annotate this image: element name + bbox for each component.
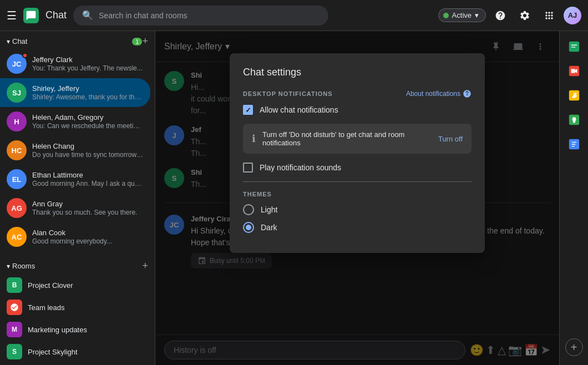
theme-light-row[interactable]: Light (243, 204, 472, 215)
room-name: Project Skylight (28, 348, 78, 356)
google-drive-icon[interactable] (563, 84, 585, 107)
room-item-project-skylight[interactable]: S Project Skylight (0, 341, 150, 363)
modal-divider (243, 181, 472, 182)
apps-grid-button[interactable] (539, 6, 559, 26)
avatar-helen-chang: HC (7, 140, 27, 160)
svg-rect-6 (573, 121, 575, 123)
play-sounds-checkbox[interactable] (243, 163, 253, 173)
chat-name: Alan Cook (32, 229, 144, 237)
avatar-ethan-lattimore: EL (7, 169, 27, 189)
allow-chat-label: Allow chat notifications (260, 105, 338, 114)
theme-dark-row[interactable]: Dark (243, 222, 472, 233)
chat-item-helen-adam-gregory[interactable]: H Helen, Adam, Gregory You: Can we resch… (0, 107, 150, 136)
content-area: Shirley, Jeffery ▾ S (155, 31, 559, 365)
room-icon: B (7, 277, 22, 293)
chat-item-ann-gray[interactable]: AG Ann Gray Thank you so much. See you t… (0, 194, 150, 222)
chat-info-alan: Alan Cook Good morning everybody... (32, 229, 144, 245)
chat-section-header[interactable]: ▾ Chat 1 + (0, 31, 155, 49)
chat-item-alan-cook[interactable]: AC Alan Cook Good morning everybody... (0, 222, 150, 251)
modal-overlay: Chat settings DESKTOP NOTIFICATIONS Abou… (155, 31, 559, 365)
chevron-down-icon: ▾ (475, 11, 479, 19)
help-button[interactable] (490, 6, 510, 26)
add-app-button[interactable]: + (565, 338, 583, 356)
room-item-project-clover[interactable]: B Project Clover (0, 274, 150, 296)
theme-dark-label: Dark (261, 223, 277, 232)
check-mark: ✓ (245, 106, 251, 114)
chat-badge: 1 (132, 38, 142, 45)
active-label: Active (452, 11, 472, 19)
chat-info-helen-adam: Helen, Adam, Gregory You: Can we resched… (32, 113, 144, 130)
collapse-icon: ▾ (7, 38, 10, 45)
chat-preview: Thank you so much. See you there. (32, 209, 144, 216)
active-dot (443, 13, 449, 18)
theme-dark-radio[interactable] (243, 222, 254, 233)
room-icon (7, 300, 22, 315)
sidebar: ▾ Chat 1 + JC Jeffery Clark You: Thank y… (0, 31, 155, 365)
allow-chat-row: ✓ Allow chat notifications (243, 105, 472, 115)
avatar-helen-adam: H (7, 111, 27, 131)
chat-item-shirley-jeffery[interactable]: SJ Shirley, Jeffery Shirley: Awesome, th… (0, 78, 150, 107)
app-logo (23, 8, 39, 23)
google-tasks-icon[interactable] (563, 133, 585, 155)
chat-item-jeffery-clark[interactable]: JC Jeffery Clark You: Thank you Jeffery.… (0, 49, 150, 78)
search-input[interactable] (99, 11, 320, 20)
avatar-jeffery-clark: JC (7, 54, 27, 74)
menu-icon[interactable]: ☰ (7, 9, 17, 22)
room-item-yoga-relaxation[interactable]: Y Yoga and Relaxation (0, 363, 150, 365)
search-bar[interactable]: 🔍 (73, 6, 328, 26)
add-room-button[interactable]: + (142, 260, 148, 272)
chat-preview: Good morning Ann. May I ask a question? (32, 180, 144, 187)
chat-preview: Shirley: Awesome, thank you for the... (32, 93, 144, 101)
add-chat-button[interactable]: + (142, 36, 148, 47)
chat-info-jeffery-clark: Jeffery Clark You: Thank you Jeffery. Th… (32, 55, 144, 72)
topbar: ☰ Chat 🔍 Active ▾ AJ (0, 0, 588, 31)
room-item-marketing-updates[interactable]: M Marketing updates (0, 318, 150, 341)
chat-name: Helen, Adam, Gregory (32, 113, 144, 121)
active-status-button[interactable]: Active ▾ (438, 8, 486, 22)
desktop-notif-text: DESKTOP NOTIFICATIONS (243, 90, 333, 97)
allow-chat-checkbox[interactable]: ✓ (243, 105, 253, 115)
chat-item-ethan-lattimore[interactable]: EL Ethan Lattimore Good morning Ann. May… (0, 165, 150, 194)
info-icon: ℹ (252, 133, 256, 145)
chat-name: Helen Chang (32, 142, 144, 150)
settings-button[interactable] (515, 6, 535, 26)
google-keep-icon[interactable] (563, 109, 585, 131)
room-name: Marketing updates (28, 326, 87, 334)
about-notif-text: About notifications (406, 90, 460, 98)
theme-light-radio[interactable] (243, 204, 254, 215)
about-notifications-link[interactable]: About notifications (406, 89, 472, 98)
avatar-ann-gray: AG (7, 198, 27, 218)
rooms-section-header[interactable]: ▾ Rooms + (0, 256, 155, 274)
google-meet-icon[interactable] (563, 60, 585, 82)
chat-preview: Good morning everybody... (32, 237, 144, 245)
room-icon: M (7, 322, 22, 337)
google-chat-icon[interactable] (563, 36, 585, 58)
right-sidebar: + (559, 31, 588, 365)
user-avatar[interactable]: AJ (564, 7, 581, 24)
room-icon: S (7, 344, 22, 359)
search-icon: 🔍 (82, 10, 93, 21)
chat-item-helen-chang[interactable]: HC Helen Chang Do you have time to sync … (0, 136, 150, 165)
chat-section-title: Chat (12, 37, 130, 45)
chat-name: Ethan Lattimore (32, 171, 144, 179)
theme-light-label: Light (261, 205, 277, 214)
dnd-banner: ℹ Turn off 'Do not disturb' to get chat … (243, 124, 472, 154)
chat-name: Ann Gray (32, 200, 144, 208)
chat-info-shirley-jeffery: Shirley, Jeffery Shirley: Awesome, thank… (32, 84, 144, 101)
radio-inner (246, 225, 251, 230)
chat-info-ann: Ann Gray Thank you so much. See you ther… (32, 200, 144, 216)
chat-preview: Do you have time to sync tomorrow mori..… (32, 151, 144, 159)
chat-info-helen-chang: Helen Chang Do you have time to sync tom… (32, 142, 144, 159)
room-name: Project Clover (28, 281, 73, 290)
chat-name: Jeffery Clark (32, 55, 144, 64)
avatar-shirley-jeffery: SJ (7, 83, 27, 103)
rooms-section-title: Rooms (12, 262, 142, 270)
room-name: Team leads (28, 303, 64, 312)
themes-label: THEMES (243, 191, 472, 197)
desktop-notifications-label: DESKTOP NOTIFICATIONS About notification… (243, 89, 472, 98)
room-item-team-leads[interactable]: Team leads (0, 296, 150, 318)
modal-title: Chat settings (243, 67, 472, 78)
avatar-alan-cook: AC (7, 227, 27, 247)
turn-off-button[interactable]: Turn off (438, 135, 463, 143)
collapse-icon: ▾ (7, 262, 10, 270)
